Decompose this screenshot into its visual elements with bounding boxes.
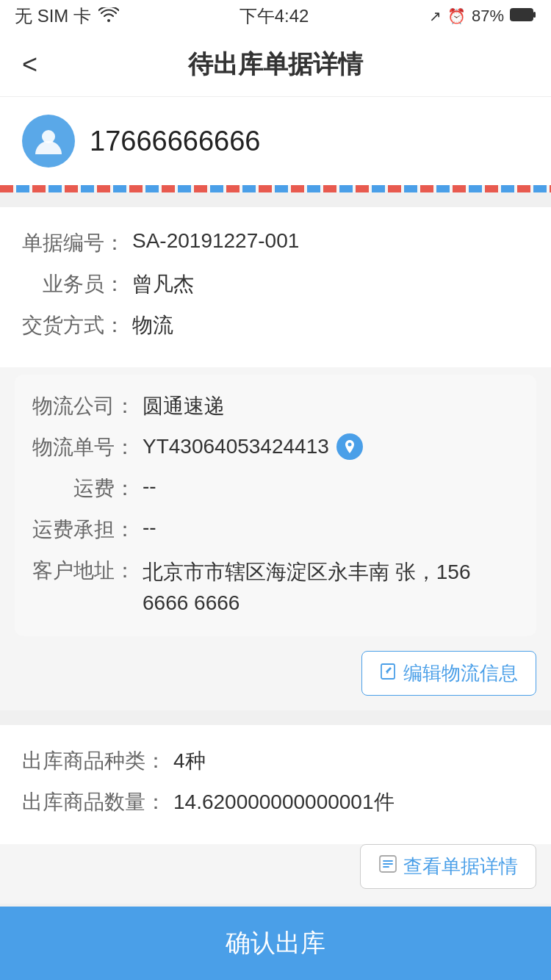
view-detail-button[interactable]: 查看单据详情 [360,844,536,889]
nav-bar: < 待出库单据详情 [0,32,551,97]
salesperson-label: 业务员： [22,270,125,298]
salesperson-value: 曾凡杰 [125,270,529,298]
document-number-row: 单据编号： SA-20191227-001 [22,229,529,257]
status-time: 下午4:42 [240,4,309,28]
battery-text: 87% [472,7,504,26]
freight-bearer-label: 运费承担： [32,516,135,544]
freight-value: -- [135,475,519,498]
svg-rect-2 [511,10,530,20]
goods-type-value: 4种 [166,747,529,775]
freight-label: 运费： [32,475,135,502]
edit-icon [380,663,397,685]
section-gap-2 [0,710,551,725]
delivery-row: 交货方式： 物流 [22,311,529,339]
view-detail-label: 查看单据详情 [403,854,518,879]
section-gap-1 [0,192,551,207]
freight-bearer-row: 运费承担： -- [32,516,519,544]
document-number-value: SA-20191227-001 [125,229,529,253]
back-button[interactable]: < [22,49,37,80]
svg-point-4 [347,443,351,447]
status-right: ↗ ⏰ 87% [429,7,536,26]
logistics-tracking-value: YT43064053424413 [135,433,519,460]
address-value: 北京市市辖区海淀区永丰南 张，156 6666 6666 [135,557,519,619]
delivery-value: 物流 [125,311,529,339]
document-number-label: 单据编号： [22,229,125,257]
goods-type-label: 出库商品种类： [22,747,166,775]
detail-icon [378,854,397,879]
confirm-bar[interactable]: 确认出库 [0,907,551,980]
svg-rect-1 [533,12,536,18]
goods-quantity-row: 出库商品数量： 14.620000000000001件 [22,788,529,816]
freight-row: 运费： -- [32,475,519,502]
battery-icon [510,7,536,26]
goods-section: 出库商品种类： 4种 出库商品数量： 14.620000000000001件 [0,725,551,844]
logistics-tracking-label: 物流单号： [32,433,135,461]
location-status-icon: ↗ [429,7,442,25]
edit-logistics-button[interactable]: 编辑物流信息 [361,651,536,696]
address-row: 客户地址： 北京市市辖区海淀区永丰南 张，156 6666 6666 [32,557,519,619]
document-info-section: 单据编号： SA-20191227-001 业务员： 曾凡杰 交货方式： 物流 [0,207,551,367]
logistics-company-label: 物流公司： [32,392,135,420]
wifi-icon [98,6,119,26]
address-label: 客户地址： [32,557,135,585]
logistics-company-row: 物流公司： 圆通速递 [32,392,519,420]
confirm-button-text: 确认出库 [226,926,325,960]
logistics-company-value: 圆通速递 [135,392,519,420]
dashed-separator [0,185,551,192]
salesperson-row: 业务员： 曾凡杰 [22,270,529,298]
edit-logistics-label: 编辑物流信息 [403,660,518,686]
location-icon[interactable] [336,433,363,460]
logistics-box: 物流公司： 圆通速递 物流单号： YT43064053424413 运费： --… [15,375,536,636]
page-title: 待出库单据详情 [188,48,363,82]
goods-quantity-label: 出库商品数量： [22,788,166,816]
status-bar: 无 SIM 卡 下午4:42 ↗ ⏰ 87% [0,0,551,32]
delivery-label: 交货方式： [22,311,125,339]
avatar [22,115,75,167]
customer-phone: 17666666666 [90,126,260,157]
customer-header: 17666666666 [0,97,551,185]
carrier-text: 无 SIM 卡 [15,4,91,28]
detail-btn-row: 查看单据详情 [0,844,551,904]
goods-quantity-value: 14.620000000000001件 [166,788,529,816]
status-left: 无 SIM 卡 [15,4,119,28]
alarm-icon: ⏰ [447,7,466,25]
freight-bearer-value: -- [135,516,519,539]
logistics-tracking-row: 物流单号： YT43064053424413 [32,433,519,461]
goods-type-row: 出库商品种类： 4种 [22,747,529,775]
edit-btn-row: 编辑物流信息 [0,651,551,710]
